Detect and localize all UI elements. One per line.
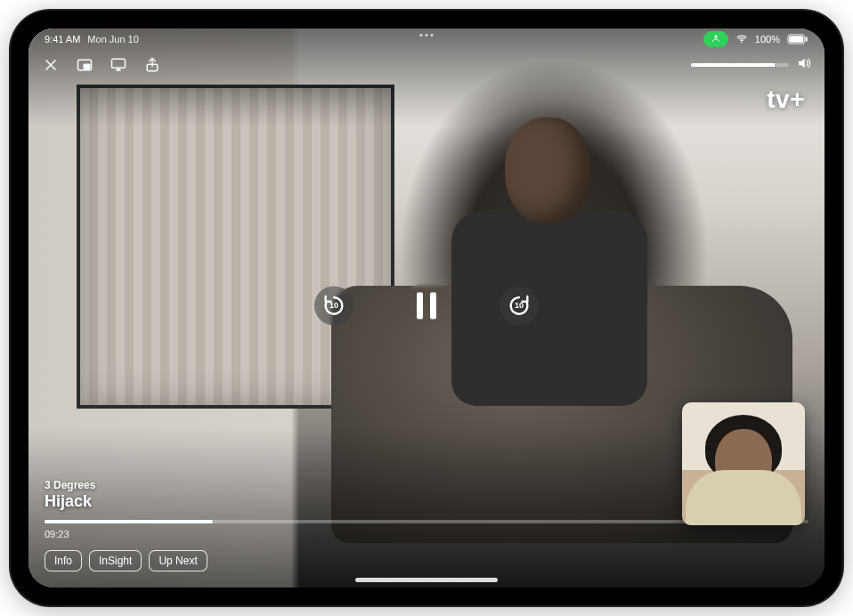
elapsed-time: 09:23: [45, 529, 808, 539]
svg-point-1: [741, 42, 743, 44]
battery-percent: 100%: [755, 34, 780, 45]
status-date: Mon Jun 10: [87, 34, 138, 45]
airplay-button[interactable]: [109, 55, 128, 75]
appletv-brand: tv+: [765, 85, 805, 114]
svg-rect-3: [789, 36, 803, 43]
insight-button[interactable]: InSight: [89, 550, 142, 571]
home-indicator[interactable]: [355, 578, 498, 582]
wifi-icon: [735, 33, 748, 45]
skip-back-seconds: 10: [329, 301, 338, 310]
multitask-indicator[interactable]: [420, 34, 434, 36]
screen: 9:41 AM Mon Jun 10 100%: [28, 28, 825, 588]
volume-control[interactable]: [691, 55, 812, 75]
scrubber-progress: [45, 520, 213, 523]
shareplay-pill[interactable]: [703, 31, 728, 47]
info-button[interactable]: Info: [45, 550, 82, 571]
close-button[interactable]: [41, 55, 61, 75]
volume-slider[interactable]: [691, 63, 789, 67]
pause-button[interactable]: [403, 282, 450, 328]
skip-back-button[interactable]: 10: [314, 286, 353, 325]
skip-forward-seconds: 10: [515, 301, 524, 310]
share-button[interactable]: [142, 55, 162, 75]
svg-rect-7: [112, 59, 126, 68]
pip-button[interactable]: [75, 55, 94, 75]
transport-controls: 10 10: [314, 282, 539, 328]
status-time: 9:41 AM: [45, 34, 80, 45]
ipad-frame: 9:41 AM Mon Jun 10 100%: [11, 11, 842, 605]
svg-rect-4: [806, 36, 808, 41]
brand-text: tv+: [767, 85, 805, 114]
upnext-button[interactable]: Up Next: [149, 550, 207, 571]
status-bar: 9:41 AM Mon Jun 10 100%: [28, 28, 825, 48]
pause-icon: [417, 292, 436, 319]
svg-rect-6: [84, 64, 90, 69]
shareplay-icon: [711, 33, 721, 45]
battery-icon: [787, 34, 808, 45]
player-top-bar: [28, 52, 825, 78]
scene-figure: [443, 118, 656, 438]
volume-icon: [796, 55, 812, 75]
skip-forward-button[interactable]: 10: [500, 286, 539, 325]
svg-point-0: [714, 35, 717, 37]
facetime-pip-tile[interactable]: [682, 402, 805, 525]
